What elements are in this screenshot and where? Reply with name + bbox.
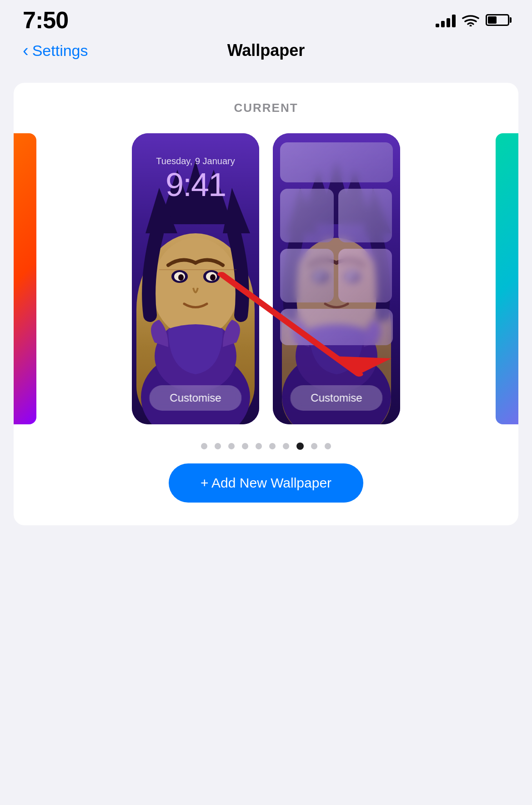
dot-3 (228, 443, 235, 449)
signal-bar-1 (436, 24, 439, 27)
lock-screen-preview[interactable]: Tuesday, 9 January 9:41 Customise (132, 133, 259, 424)
signal-bar-4 (452, 15, 456, 27)
battery-fill (488, 16, 497, 24)
dot-10 (325, 443, 331, 449)
svg-point-4 (152, 238, 239, 338)
dot-6 (269, 443, 276, 449)
signal-bar-3 (447, 18, 450, 27)
app-icon-sq-3 (280, 249, 334, 302)
lock-customise-button[interactable]: Customise (149, 385, 241, 411)
svg-point-14 (178, 274, 184, 281)
app-icon-sq-1 (280, 189, 334, 242)
add-wallpaper-button[interactable]: + Add New Wallpaper (169, 463, 363, 503)
current-label: CURRENT (27, 101, 505, 115)
battery-icon (486, 14, 509, 26)
icon-row-2 (280, 189, 393, 242)
page-dots (27, 443, 505, 450)
icon-row-4 (280, 309, 393, 345)
home-app-icons (273, 133, 400, 354)
back-label: Settings (32, 42, 88, 60)
dot-1 (201, 443, 207, 449)
lock-date: Tuesday, 9 January (141, 156, 250, 166)
signal-bars-icon (436, 13, 456, 27)
chevron-left-icon: ‹ (23, 42, 29, 59)
wallpaper-previews-row: Tuesday, 9 January 9:41 Customise (27, 133, 505, 424)
back-button[interactable]: ‹ Settings (23, 42, 88, 60)
home-screen-card: Customise (273, 133, 400, 424)
status-icons (436, 13, 509, 27)
right-peek-card (496, 133, 518, 424)
dot-5 (256, 443, 262, 449)
app-icon-sq-2 (338, 189, 392, 242)
lock-time: 9:41 (141, 168, 250, 201)
dot-7 (283, 443, 289, 449)
left-peek-card (14, 133, 36, 424)
dot-2 (215, 443, 221, 449)
lock-time-area: Tuesday, 9 January 9:41 (132, 133, 259, 206)
home-customise-button[interactable]: Customise (290, 385, 382, 411)
svg-point-15 (210, 274, 216, 281)
wallpaper-card: CURRENT (14, 83, 518, 525)
dot-8-active (296, 443, 304, 450)
home-screen-preview[interactable]: Customise (273, 133, 400, 424)
red-arrow-annotation (27, 133, 505, 424)
wifi-icon (462, 14, 479, 26)
icon-row-3 (280, 249, 393, 302)
main-content: CURRENT (0, 69, 532, 801)
icon-row-1 (280, 142, 393, 182)
app-icon-sq-4 (338, 249, 392, 302)
svg-point-0 (470, 25, 472, 27)
app-icon-wide-2 (280, 309, 393, 345)
lock-screen-card: Tuesday, 9 January 9:41 Customise (132, 133, 259, 424)
nav-bar: ‹ Settings Wallpaper (0, 36, 532, 69)
dot-4 (242, 443, 248, 449)
page-title: Wallpaper (227, 41, 305, 60)
status-bar: 7:50 (0, 0, 532, 36)
signal-bar-2 (441, 21, 445, 27)
status-time: 7:50 (23, 6, 68, 34)
dot-9 (311, 443, 317, 449)
app-icon-wide-1 (280, 142, 393, 182)
